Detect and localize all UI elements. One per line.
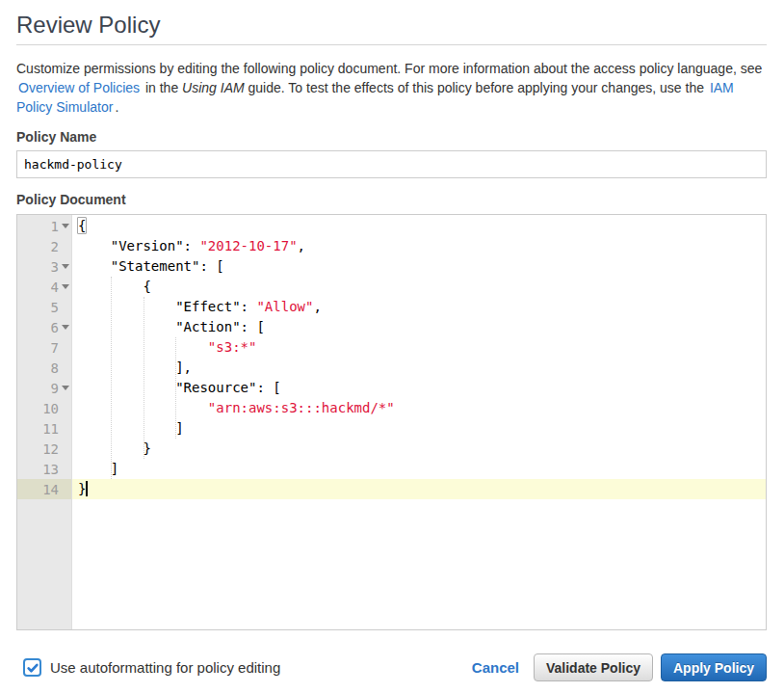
gutter-line-6[interactable]: 6 (17, 317, 71, 337)
apply-policy-button[interactable]: Apply Policy (661, 653, 767, 681)
json-plain-token: "Statement": [ (78, 258, 224, 274)
fold-arrow-icon[interactable] (59, 224, 69, 228)
json-plain-token: "Version": (78, 238, 199, 253)
code-line-3[interactable]: "Statement": [ (72, 256, 766, 277)
gutter-line-14: 14 (17, 479, 71, 499)
json-plain-token: "Effect": (78, 299, 256, 314)
code-line-1[interactable]: { (72, 216, 766, 236)
json-plain-token: ], (78, 360, 192, 375)
gutter-line-9[interactable]: 9 (17, 378, 71, 398)
json-plain-token: "Action": [ (78, 319, 265, 334)
json-string-token: "arn:aws:s3:::hackmd/*" (208, 400, 395, 415)
line-number: 14 (42, 482, 59, 497)
intro-text-4: . (115, 99, 118, 115)
overview-of-policies-link[interactable]: Overview of Policies (16, 80, 142, 95)
line-number: 3 (51, 259, 59, 275)
line-number: 1 (51, 219, 59, 234)
policy-name-input[interactable] (16, 150, 767, 178)
code-line-5[interactable]: "Effect": "Allow", (72, 297, 766, 317)
intro-text-2: in the (145, 80, 178, 95)
code-line-8[interactable]: ], (72, 358, 766, 378)
intro-text-3: guide. To test the effects of this polic… (248, 80, 704, 95)
code-line-10[interactable]: "arn:aws:s3:::hackmd/*" (72, 398, 766, 418)
gutter-line-3[interactable]: 3 (17, 256, 71, 277)
fold-arrow-icon[interactable] (59, 264, 69, 269)
gutter-line-10: 10 (17, 398, 71, 418)
footer-actions: Use autoformatting for policy editing Ca… (16, 653, 767, 681)
line-number: 13 (42, 462, 59, 477)
autoformat-checkbox[interactable] (23, 658, 41, 677)
gutter-line-5: 5 (17, 297, 71, 317)
intro-paragraph: Customize permissions by editing the fol… (16, 59, 767, 117)
line-number: 5 (51, 300, 59, 315)
cancel-link[interactable]: Cancel (472, 659, 519, 676)
code-line-12[interactable]: } (72, 439, 766, 459)
intro-text-1: Customize permissions by editing the fol… (16, 61, 762, 76)
code-line-14[interactable]: } (72, 479, 766, 499)
line-number: 6 (51, 320, 59, 335)
editor-code-area[interactable]: { "Version": "2012-10-17", "Statement": … (72, 215, 766, 629)
json-plain-token (78, 400, 208, 415)
gutter-line-1[interactable]: 1 (17, 216, 71, 236)
policy-name-label: Policy Name (16, 129, 767, 145)
json-plain-token: ] (78, 461, 118, 476)
fold-arrow-icon[interactable] (59, 325, 69, 330)
code-line-4[interactable]: { (72, 277, 766, 297)
gutter-line-13: 13 (17, 459, 71, 479)
gutter-line-8: 8 (17, 358, 71, 378)
line-number: 7 (51, 340, 59, 356)
code-line-13[interactable]: ] (72, 459, 766, 479)
json-plain-token: ] (78, 420, 184, 436)
code-line-2[interactable]: "Version": "2012-10-17", (72, 236, 766, 256)
autoformat-label: Use autoformatting for policy editing (50, 659, 280, 676)
json-plain-token: , (313, 299, 321, 314)
review-policy-page: Review Policy Customize permissions by e… (16, 13, 767, 681)
code-line-6[interactable]: "Action": [ (72, 317, 766, 337)
json-string-token: "2012-10-17" (199, 238, 297, 253)
json-string-token: "Allow" (256, 299, 313, 314)
json-plain-token: } (78, 481, 86, 496)
line-number: 11 (42, 421, 59, 437)
json-plain-token (78, 339, 208, 355)
validate-policy-button[interactable]: Validate Policy (534, 653, 653, 681)
using-iam-guide-name: Using IAM (182, 80, 245, 95)
page-title: Review Policy (16, 13, 767, 45)
line-number: 4 (51, 280, 59, 295)
json-plain-token: { (78, 279, 151, 294)
json-string-token: "s3:*" (208, 339, 257, 355)
autoformat-group: Use autoformatting for policy editing (23, 658, 280, 677)
line-number: 10 (42, 401, 59, 416)
fold-arrow-icon[interactable] (59, 284, 69, 289)
code-line-7[interactable]: "s3:*" (72, 337, 766, 358)
text-cursor (86, 481, 88, 496)
code-line-11[interactable]: ] (72, 418, 766, 439)
line-number: 8 (51, 360, 59, 376)
gutter-line-11: 11 (17, 418, 71, 439)
editor-gutter: 1234567891011121314 (17, 215, 72, 629)
json-plain-token: "Resource": [ (78, 380, 281, 395)
policy-document-label: Policy Document (16, 192, 767, 207)
line-number: 12 (42, 441, 59, 457)
code-line-9[interactable]: "Resource": [ (72, 378, 766, 398)
line-number: 2 (51, 239, 59, 254)
gutter-line-7: 7 (17, 337, 71, 358)
checkmark-icon (26, 661, 39, 675)
gutter-line-4[interactable]: 4 (17, 277, 71, 297)
json-plain-token: } (78, 440, 151, 456)
policy-document-editor[interactable]: 1234567891011121314 { "Version": "2012-1… (16, 214, 767, 630)
fold-arrow-icon[interactable] (59, 386, 69, 390)
gutter-line-2: 2 (17, 236, 71, 256)
gutter-line-12: 12 (17, 439, 71, 459)
json-plain-token: { (77, 217, 87, 234)
line-number: 9 (51, 381, 59, 396)
json-plain-token: , (298, 238, 305, 253)
